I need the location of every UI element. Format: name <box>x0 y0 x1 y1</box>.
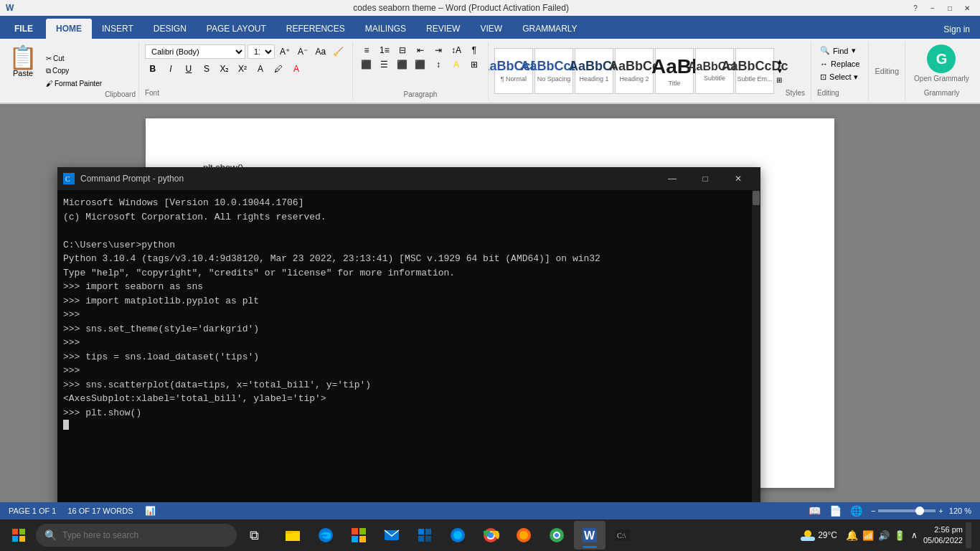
format-painter-button[interactable]: 🖌 Format Painter <box>43 78 105 89</box>
font-shrink-button[interactable]: A⁻ <box>295 44 311 59</box>
select-button[interactable]: ⊡ Select ▾ <box>817 71 862 83</box>
increase-indent-button[interactable]: ⇥ <box>430 43 446 57</box>
tab-view[interactable]: VIEW <box>470 19 512 39</box>
taskbar-store2[interactable] <box>409 521 440 550</box>
clear-format-button[interactable]: 🧹 <box>331 44 347 59</box>
numbering-button[interactable]: 1≡ <box>377 43 392 57</box>
border-button[interactable]: ⊞ <box>466 57 482 72</box>
align-right-button[interactable]: ⬛ <box>395 57 410 72</box>
grammarly-label: Grammarly <box>924 86 959 97</box>
justify-button[interactable]: ⬛ <box>413 57 428 72</box>
network-icon[interactable]: 📶 <box>862 530 874 541</box>
show-marks-button[interactable]: ¶ <box>466 43 482 57</box>
close-button[interactable]: ✕ <box>960 2 974 14</box>
tab-page-layout[interactable]: PAGE LAYOUT <box>197 19 276 39</box>
taskbar-firefox[interactable] <box>508 521 540 550</box>
zoom-slider[interactable] <box>878 509 936 512</box>
text-highlight-button[interactable]: 🖊 <box>270 62 286 76</box>
cmd-maximize[interactable]: □ <box>689 167 722 190</box>
show-hidden-icons[interactable]: ∧ <box>908 529 920 542</box>
search-input[interactable] <box>62 530 228 540</box>
grammarly-button[interactable]: G <box>927 44 956 73</box>
strikethrough-button[interactable]: S <box>199 62 215 76</box>
tab-grammarly[interactable]: GRAMMARLY <box>512 19 587 39</box>
taskbar-search[interactable]: 🔍 <box>36 524 237 547</box>
grammarly-group: G Open Grammarly Grammarly <box>905 42 978 100</box>
cmd-window: C Command Prompt - python — □ ✕ Microsof… <box>57 167 760 502</box>
tab-insert[interactable]: INSERT <box>92 19 143 39</box>
cmd-minimize[interactable]: — <box>656 167 689 190</box>
font-grow-button[interactable]: A⁺ <box>277 44 293 59</box>
styles-more[interactable]: ⊞ <box>776 75 784 85</box>
taskbar-ms-store[interactable] <box>343 521 374 550</box>
taskbar-word[interactable]: W <box>574 521 606 550</box>
tab-references[interactable]: REFERENCES <box>276 19 355 39</box>
zoom-out-button[interactable]: − <box>871 507 875 515</box>
cut-button[interactable]: ✂ Cut <box>43 53 105 64</box>
sign-in-link[interactable]: Sign in <box>933 20 980 39</box>
multilevel-list-button[interactable]: ⊟ <box>395 43 410 57</box>
font-name-select[interactable]: Calibri (Body) <box>145 44 245 59</box>
cmd-scroll-thumb[interactable] <box>753 191 760 205</box>
subscript-button[interactable]: X₂ <box>217 62 232 76</box>
view-layout-icon[interactable]: 📄 <box>829 505 842 517</box>
sound-icon[interactable]: 🔊 <box>878 530 890 541</box>
style-previews: AaBbCcDc ¶ Normal AaBbCcDc No Spacing Aa… <box>494 48 774 94</box>
replace-button[interactable]: ↔ Replace <box>817 58 862 70</box>
font-color-button[interactable]: A <box>288 62 304 76</box>
style-heading1[interactable]: AaBbCc Heading 1 <box>575 48 613 94</box>
word-logo: W <box>6 3 14 13</box>
style-heading2[interactable]: AaBbCc Heading 2 <box>615 48 654 94</box>
cmd-close[interactable]: ✕ <box>722 167 755 190</box>
decrease-indent-button[interactable]: ⇤ <box>413 43 428 57</box>
tab-home[interactable]: HOME <box>46 19 92 39</box>
zoom-in-button[interactable]: + <box>938 507 943 515</box>
italic-button[interactable]: I <box>163 62 179 76</box>
tab-file[interactable]: FILE <box>3 19 44 39</box>
find-button[interactable]: 🔍 Find ▾ <box>817 44 862 57</box>
align-left-button[interactable]: ⬛ <box>359 57 374 72</box>
taskbar-cmd[interactable]: C:\ <box>607 521 639 550</box>
show-desktop-button[interactable] <box>966 522 971 548</box>
styles-scroll-down[interactable]: ▼ <box>776 66 784 75</box>
taskbar-task-view[interactable]: ⧉ <box>238 521 270 550</box>
taskbar-chrome[interactable] <box>475 521 507 550</box>
style-subtle-em[interactable]: AaBbCcDc Subtle Em... <box>735 48 774 94</box>
page-indicator: PAGE 1 OF 1 <box>9 507 56 515</box>
paste-button[interactable]: 📋 Paste <box>3 43 43 98</box>
cmd-content[interactable]: Microsoft Windows [Version 10.0.19044.17… <box>57 190 752 502</box>
maximize-button[interactable]: □ <box>943 2 957 14</box>
tab-mailings[interactable]: MAILINGS <box>355 19 416 39</box>
taskbar-chrome2[interactable] <box>541 521 573 550</box>
shading-button[interactable]: A <box>448 57 464 72</box>
taskbar-mail[interactable] <box>376 521 407 550</box>
bullets-button[interactable]: ≡ <box>359 43 374 57</box>
change-case-button[interactable]: Aa <box>313 44 329 59</box>
minimize-button[interactable]: ? <box>908 2 923 14</box>
line-spacing-button[interactable]: ↕ <box>430 57 446 72</box>
view-read-icon[interactable]: 📖 <box>809 505 821 517</box>
underline-button[interactable]: U <box>181 62 197 76</box>
superscript-button[interactable]: X² <box>235 62 250 76</box>
style-no-spacing[interactable]: AaBbCcDc No Spacing <box>534 48 573 94</box>
notification-icon[interactable]: 🔔 <box>846 529 858 541</box>
taskbar-file-explorer[interactable] <box>277 521 308 550</box>
copy-button[interactable]: ⧉ Copy <box>43 65 105 77</box>
text-effects-button[interactable]: A <box>253 62 268 76</box>
tab-review[interactable]: REVIEW <box>416 19 470 39</box>
cmd-scrollbar[interactable] <box>752 190 760 502</box>
start-button[interactable] <box>3 521 34 550</box>
weather-widget[interactable]: 29°C <box>795 528 843 542</box>
taskbar-edge[interactable] <box>310 521 341 550</box>
align-center-button[interactable]: ☰ <box>377 57 392 72</box>
view-web-icon[interactable]: 🌐 <box>850 505 862 517</box>
taskbar-edge2[interactable] <box>442 521 473 550</box>
bold-button[interactable]: B <box>145 62 161 76</box>
zoom-thumb <box>915 507 924 515</box>
minimize-button2[interactable]: − <box>925 2 940 14</box>
tab-design[interactable]: DESIGN <box>143 19 197 39</box>
system-clock[interactable]: 2:56 pm 05/06/2022 <box>923 524 963 547</box>
sort-button[interactable]: ↕A <box>448 43 464 57</box>
font-size-select[interactable]: 11 <box>248 44 275 59</box>
styles-scroll-up[interactable]: ▲ <box>776 57 784 66</box>
